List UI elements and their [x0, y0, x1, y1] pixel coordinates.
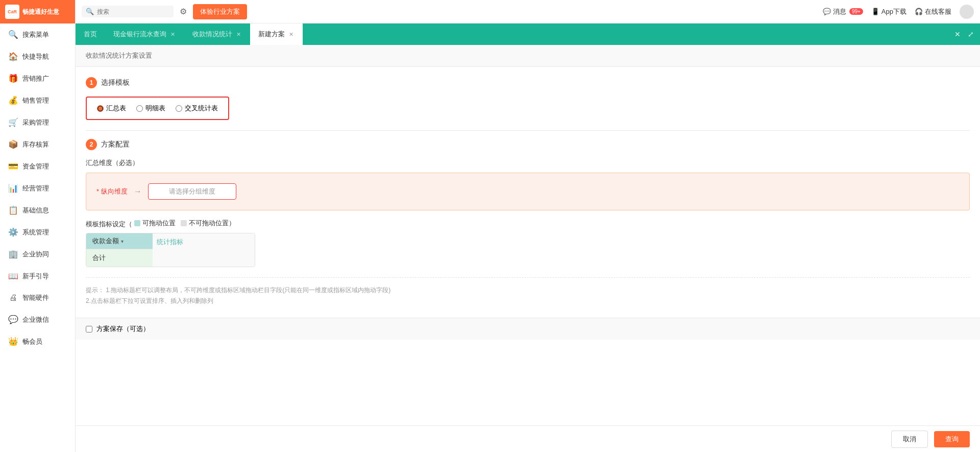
arrow-icon: → [134, 187, 142, 196]
dimension-select-button[interactable]: 请选择分组维度 [148, 183, 236, 200]
query-button[interactable]: 查询 [934, 431, 970, 447]
tab-bar-actions: ✕ ⤢ [948, 23, 980, 45]
tab-label: 首页 [84, 30, 97, 39]
chart-icon: 📊 [8, 183, 18, 193]
search-input[interactable] [97, 8, 158, 15]
page-content: 收款情况统计方案设置 1 选择模板 汇总表 明 [76, 45, 980, 425]
card-icon: 💳 [8, 161, 18, 171]
sidebar-item-label: 经营管理 [22, 184, 49, 193]
message-button[interactable]: 💬 消息 99+ [823, 7, 863, 16]
sidebar-item-system[interactable]: ⚙️ 系统管理 [0, 221, 75, 243]
chevron-down-icon: ▾ [121, 239, 124, 244]
gear-icon: ⚙️ [8, 227, 18, 237]
metrics-col-header[interactable]: 收款金额 ▾ [86, 233, 153, 249]
radio-summary-input[interactable] [97, 105, 104, 112]
sidebar-item-label: 新手引导 [22, 272, 49, 281]
tab-new-plan[interactable]: 新建方案 ✕ [250, 23, 303, 45]
sidebar-item-guide[interactable]: 📖 新手引导 [0, 265, 75, 287]
tab-label: 收款情况统计 [192, 30, 232, 39]
breadcrumb: 收款情况统计方案设置 [76, 45, 980, 67]
sidebar-item-label: 库存核算 [22, 140, 49, 149]
sidebar-item-smart-hw[interactable]: 🖨 智能硬件 [0, 287, 75, 308]
logo-text: 畅捷通好生意 [22, 8, 59, 16]
cancel-button[interactable]: 取消 [891, 431, 928, 448]
avatar[interactable] [960, 5, 974, 19]
sidebar-item-member[interactable]: 👑 畅会员 [0, 330, 75, 352]
radio-cross-label: 交叉统计表 [185, 104, 218, 113]
save-label: 方案保存（可选） [96, 324, 150, 334]
hint1: 提示： 1.拖动标题栏可以调整布局，不可跨维度或指标区域拖动栏目字段(只能在同一… [86, 286, 970, 295]
metrics-col-body: 合计 [86, 249, 153, 267]
radio-detail[interactable]: 明细表 [136, 104, 165, 113]
sidebar-item-marketing[interactable]: 🎁 营销推广 [0, 67, 75, 89]
sidebar-item-quick-nav[interactable]: 🏠 快捷导航 [0, 45, 75, 67]
dimension-row: * 纵向维度 → 请选择分组维度 [96, 183, 959, 200]
sidebar-item-search-menu[interactable]: 🔍 搜索菜单 [0, 23, 75, 45]
dimension-label: 汇总维度（必选） [86, 158, 970, 168]
sidebar-item-label: 智能硬件 [22, 293, 49, 302]
sidebar: CaR 畅捷通好生意 🔍 搜索菜单 🏠 快捷导航 🎁 营销推广 💰 销售管理 🛒… [0, 0, 76, 452]
metrics-label: 模板指标设定（ 可拖动位置 不可拖动位置） [86, 219, 970, 229]
download-button[interactable]: 📱 App下载 [871, 7, 906, 16]
hint2: 2.点击标题栏下拉可设置排序、插入列和删除列 [86, 297, 970, 305]
breadcrumb-text: 收款情况统计方案设置 [86, 52, 152, 59]
sidebar-item-label: 企业微信 [22, 315, 49, 324]
logo-icon: CaR [5, 5, 19, 19]
sidebar-item-purchase[interactable]: 🛒 采购管理 [0, 111, 75, 133]
tab-close-new-plan[interactable]: ✕ [288, 30, 295, 39]
message-icon: 💬 [823, 8, 831, 15]
tab-maximize[interactable]: ⤢ [966, 28, 976, 40]
tab-close-all[interactable]: ✕ [952, 28, 963, 40]
metrics-label-text: 模板指标设定（ 可拖动位置 不可拖动位置） [86, 219, 235, 229]
sidebar-item-enterprise[interactable]: 🏢 企业协同 [0, 243, 75, 265]
header-right: 💬 消息 99+ 📱 App下载 🎧 在线客服 [823, 5, 974, 19]
stats-col-label: 统计指标 [157, 237, 251, 247]
radio-cross[interactable]: 交叉统计表 [176, 104, 218, 113]
sidebar-item-operations[interactable]: 📊 经营管理 [0, 177, 75, 199]
trial-button[interactable]: 体验行业方案 [193, 4, 247, 19]
stats-label-col: 统计指标 [153, 233, 255, 267]
cart-icon: 🛒 [8, 117, 18, 127]
sidebar-item-inventory[interactable]: 📦 库存核算 [0, 133, 75, 155]
search-box[interactable]: 🔍 [82, 6, 174, 17]
radio-cross-input[interactable] [176, 105, 182, 112]
sidebar-item-label: 基础信息 [22, 206, 49, 215]
step2-num: 2 [86, 139, 97, 150]
radio-summary[interactable]: 汇总表 [97, 104, 126, 113]
radio-detail-label: 明细表 [145, 104, 165, 113]
dimension-row-label: * 纵向维度 [96, 187, 128, 196]
tab-close-bank-flow[interactable]: ✕ [169, 30, 176, 39]
metrics-section: 模板指标设定（ 可拖动位置 不可拖动位置） [86, 219, 970, 267]
step1-title: 选择模板 [101, 78, 130, 87]
tab-receipt-stats[interactable]: 收款情况统计 ✕ [184, 23, 250, 45]
tab-bank-flow[interactable]: 现金银行流水查询 ✕ [105, 23, 184, 45]
sidebar-item-sales[interactable]: 💰 销售管理 [0, 89, 75, 111]
radio-group: 汇总表 明细表 交叉统计表 [97, 104, 218, 113]
sidebar-item-label: 企业协同 [22, 250, 49, 259]
headset-icon: 🎧 [915, 8, 923, 15]
book-icon: 📖 [8, 271, 18, 281]
sidebar-item-basic-info[interactable]: 📋 基础信息 [0, 199, 75, 221]
gift-icon: 🎁 [8, 74, 18, 83]
building-icon: 🏢 [8, 249, 18, 259]
crown-icon: 👑 [8, 337, 18, 346]
list-icon: 📋 [8, 205, 18, 215]
main-area: 🔍 ⚙ 体验行业方案 💬 消息 99+ 📱 App下载 🎧 在线客服 [76, 0, 980, 452]
sidebar-item-finance[interactable]: 💳 资金管理 [0, 155, 75, 177]
message-label: 消息 [833, 7, 846, 16]
sidebar-item-wechat[interactable]: 💬 企业微信 [0, 308, 75, 330]
radio-detail-input[interactable] [136, 105, 143, 112]
support-label: 在线客服 [925, 7, 951, 16]
settings-icon[interactable]: ⚙ [180, 7, 187, 16]
draggable-dot [134, 220, 140, 226]
save-checkbox[interactable] [86, 326, 92, 332]
tab-bar: 首页 现金银行流水查询 ✕ 收款情况统计 ✕ 新建方案 ✕ ✕ ⤢ [76, 23, 980, 45]
tab-close-receipt-stats[interactable]: ✕ [235, 30, 242, 39]
sidebar-item-label: 系统管理 [22, 228, 49, 237]
support-button[interactable]: 🎧 在线客服 [915, 7, 951, 16]
fixed-dot [181, 220, 187, 226]
top-header: 🔍 ⚙ 体验行业方案 💬 消息 99+ 📱 App下载 🎧 在线客服 [76, 0, 980, 23]
fixed-legend: 不可拖动位置） [181, 219, 235, 228]
tab-home[interactable]: 首页 [76, 23, 105, 45]
col-header-label: 收款金额 [92, 236, 119, 246]
